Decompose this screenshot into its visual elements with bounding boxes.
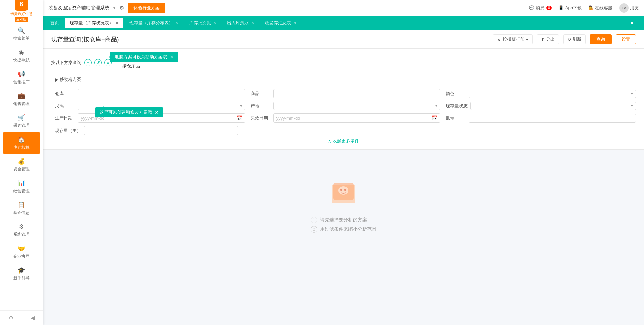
field-warehouse: 仓库 ··· — [55, 89, 245, 98]
app-download-btn[interactable]: 📱 App下载 — [558, 5, 582, 11]
system-icon: ⚙ — [19, 223, 24, 230]
tab-inout-flow-close[interactable]: ✕ — [251, 21, 254, 25]
user-label: 用友 — [630, 5, 639, 11]
tab-shipment-summary[interactable]: 收发存汇总表 ✕ — [260, 18, 301, 28]
collapse-btn[interactable]: ∧ 收起更多条件 — [328, 138, 359, 144]
sidebar-item-enterprise[interactable]: 🤝 企业协同 — [3, 241, 40, 263]
inventory-status-select[interactable]: ▾ — [470, 102, 636, 110]
search-icon: 🔍 — [18, 27, 25, 34]
create-tooltip-text: 这里可以创建和修改方案哦 — [100, 109, 152, 115]
origin-select[interactable]: ▾ — [273, 102, 441, 110]
filter-label: 按以下方案查询 — [51, 60, 82, 66]
tab-shipment-summary-label: 收发存汇总表 — [265, 20, 291, 26]
sidebar-settings-btn[interactable]: ⚙ — [9, 315, 13, 321]
topbar: 装备及固定资产辅助管理系统 ▾ ⚙ 体验行业方案 💬 消息 8 📱 App下载 … — [43, 0, 644, 16]
warehouse-select[interactable]: ··· — [78, 89, 245, 98]
inventory-qty-from[interactable] — [84, 126, 238, 135]
notification-btn[interactable]: 💬 消息 8 — [529, 5, 552, 11]
page-title: 现存量查询(按仓库+商品) — [51, 35, 119, 43]
tab-shipment-summary-close[interactable]: ✕ — [293, 21, 297, 25]
step-num-1: 1 — [311, 217, 317, 223]
sidebar-item-purchase[interactable]: 🛒 采购管理 — [3, 111, 40, 132]
sidebar-item-newbie[interactable]: 🎓 新手引导 — [3, 263, 40, 284]
query-btn[interactable]: 查询 — [590, 34, 612, 44]
scheme-group-mobile: ▶ 移动端方案 — [55, 75, 82, 84]
tab-batch-ledger-label: 库存批次账 — [189, 20, 211, 26]
sidebar-item-sales[interactable]: 💼 销售管理 — [3, 89, 40, 110]
color-select[interactable]: ▾ — [469, 90, 636, 98]
filter-add-btn[interactable]: + — [84, 59, 92, 66]
tab-inventory-status[interactable]: 现存量（库存状况表） ✕ — [65, 18, 123, 28]
scheme-tooltip-close[interactable]: ✕ — [170, 54, 174, 60]
create-tooltip: 这里可以创建和修改方案哦 ✕ — [95, 107, 163, 117]
sidebar-collapse-btn[interactable]: ◀ — [31, 315, 35, 321]
print-btn[interactable]: 🖨 按模板打印 ▾ — [493, 34, 533, 44]
scheme-item-warehouse[interactable]: 按仓库品 — [117, 62, 145, 70]
color-arrow: ▾ — [631, 92, 633, 96]
batch-input[interactable] — [469, 114, 636, 123]
goods-select[interactable]: ··· — [273, 89, 441, 98]
empty-step-1: 1 请先选择要分析的方案 — [311, 217, 376, 223]
basics-icon: 📋 — [18, 201, 25, 209]
sidebar: 6 畅捷通好生意 标准版 🔍 搜索菜单 ◉ 快捷导航 📢 营销推广 💼 销售管理… — [0, 0, 43, 325]
filter-row-1: 仓库 ··· 商品 ··· 颜色 — [55, 89, 636, 98]
refresh-btn[interactable]: ↺ 刷新 — [563, 34, 586, 44]
export-icon: ⬆ — [541, 37, 545, 42]
export-btn[interactable]: ⬆ 导出 — [537, 34, 559, 44]
tab-inventory-dist-close[interactable]: ✕ — [175, 21, 178, 25]
main-area: 装备及固定资产辅助管理系统 ▾ ⚙ 体验行业方案 💬 消息 8 📱 App下载 … — [43, 0, 644, 325]
expiry-date-range: yyyy-mm-dd 📅 — [273, 113, 441, 123]
tab-inventory-dist[interactable]: 现存量（库存分布表） ✕ — [125, 18, 183, 28]
inventory-qty-range: — — [84, 126, 245, 135]
inventory-icon: 🏠 — [18, 136, 25, 143]
finance-icon: 💰 — [18, 158, 25, 165]
size-arrow: ▾ — [240, 104, 242, 108]
system-name: 装备及固定资产辅助管理系统 — [48, 5, 109, 11]
svg-point-3 — [340, 189, 342, 191]
support-icon: 💁 — [588, 5, 594, 10]
tab-inventory-status-close[interactable]: ✕ — [115, 21, 119, 25]
sidebar-item-basics[interactable]: 📋 基础信息 — [3, 198, 40, 219]
notification-badge: 8 — [546, 6, 552, 10]
expiry-date-start[interactable]: yyyy-mm-dd 📅 — [273, 113, 441, 123]
tabbar: 首页 现存量（库存状况表） ✕ 现存量（库存分布表） ✕ 库存批次账 ✕ 出入库… — [43, 16, 644, 30]
sidebar-item-system[interactable]: ⚙ 系统管理 — [3, 220, 40, 241]
logo-icon: 6 — [15, 0, 28, 11]
prod-cal-icon: 📅 — [236, 115, 242, 121]
tab-home[interactable]: 首页 — [46, 18, 64, 28]
create-tooltip-close[interactable]: ✕ — [155, 110, 159, 115]
enterprise-icon: 🤝 — [18, 245, 25, 252]
settings-btn[interactable]: 设置 — [616, 34, 636, 44]
tab-inventory-dist-label: 现存量（库存分布表） — [129, 20, 173, 26]
user-menu[interactable]: Ea 用友 — [619, 3, 639, 13]
sidebar-item-search[interactable]: 🔍 搜索菜单 — [3, 23, 40, 45]
system-dropdown-icon[interactable]: ▾ — [113, 6, 115, 10]
goods-dots[interactable]: ··· — [434, 91, 438, 96]
topbar-gear-btn[interactable]: ⚙ — [119, 5, 124, 11]
close-all-btn[interactable]: ✕ — [630, 20, 634, 26]
tab-inout-flow[interactable]: 出入库流水 ✕ — [222, 18, 259, 28]
filter-refresh-btn[interactable]: ↺ — [94, 59, 102, 66]
topbar-left: 装备及固定资产辅助管理系统 ▾ ⚙ 体验行业方案 — [48, 3, 165, 13]
scheme-group-mobile-title[interactable]: ▶ 移动端方案 — [55, 75, 82, 84]
sidebar-item-guide[interactable]: ◉ 快捷导航 — [3, 45, 40, 66]
sidebar-item-operations[interactable]: 📊 经营管理 — [3, 176, 40, 197]
guide-icon: ◉ — [19, 49, 24, 56]
tabbar-actions: ✕ ⛶ — [630, 20, 641, 26]
sidebar-item-inventory[interactable]: 🏠 库存核算 — [3, 132, 40, 154]
sidebar-item-finance[interactable]: 💰 资金管理 — [3, 154, 40, 175]
warehouse-dots[interactable]: ··· — [238, 91, 242, 96]
sales-icon: 💼 — [18, 92, 25, 100]
fullscreen-btn[interactable]: ⛶ — [637, 20, 641, 26]
industry-btn[interactable]: 体验行业方案 — [128, 3, 165, 13]
scheme-group-mobile-arrow: ▶ — [55, 77, 58, 82]
notification-icon: 💬 — [529, 5, 534, 10]
step-label-2: 用过滤条件来缩小分析范围 — [320, 226, 376, 232]
sidebar-item-marketing[interactable]: 📢 营销推广 — [3, 67, 40, 88]
filter-row-4: 现存量（主） — — [55, 126, 636, 135]
online-support-btn[interactable]: 💁 在线客服 — [588, 5, 612, 11]
step-label-1: 请先选择要分析的方案 — [320, 217, 367, 223]
marketing-icon: 📢 — [18, 70, 25, 78]
tab-batch-ledger-close[interactable]: ✕ — [213, 21, 216, 25]
tab-batch-ledger[interactable]: 库存批次账 ✕ — [184, 18, 221, 28]
